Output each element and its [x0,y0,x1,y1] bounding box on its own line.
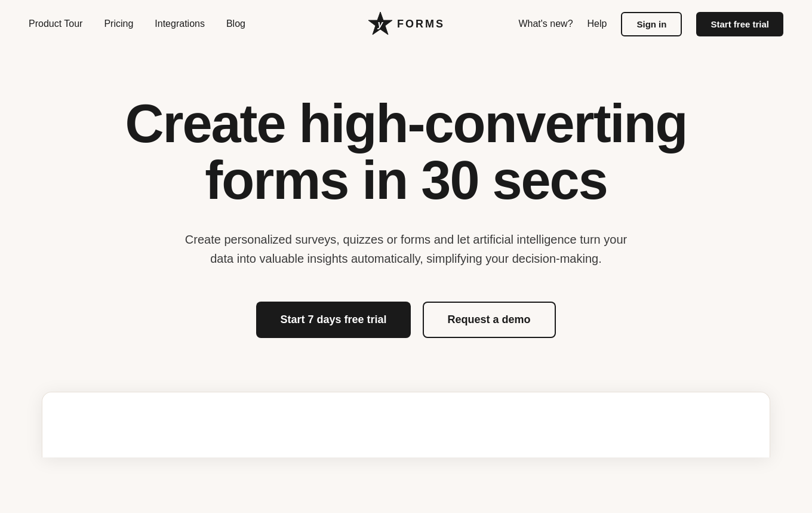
nav-help[interactable]: Help [588,19,607,29]
hero-title: Create high-converting forms in 30 secs [78,96,734,208]
nav-blog[interactable]: Blog [226,19,245,29]
navbar: Product Tour Pricing Integrations Blog y… [0,0,812,48]
nav-whats-new[interactable]: What's new? [518,19,573,29]
logo-icon: y [367,11,393,37]
nav-product-tour[interactable]: Product Tour [29,19,82,29]
nav-integrations[interactable]: Integrations [155,19,205,29]
request-demo-button[interactable]: Request a demo [423,302,556,338]
hero-buttons: Start 7 days free trial Request a demo [256,302,555,338]
preview-container [0,392,812,457]
start-trial-hero-button[interactable]: Start 7 days free trial [256,302,410,338]
logo-text: FORMS [397,18,445,30]
hero-section: Create high-converting forms in 30 secs … [0,48,812,374]
hero-subtitle: Create personalized surveys, quizzes or … [173,230,639,268]
nav-pricing[interactable]: Pricing [104,19,133,29]
nav-right: What's new? Help Sign in Start free tria… [518,12,783,36]
logo[interactable]: y FORMS [367,11,445,37]
preview-card [42,392,770,457]
signin-button[interactable]: Sign in [621,12,682,36]
svg-text:y: y [377,19,384,29]
nav-left: Product Tour Pricing Integrations Blog [29,19,245,29]
start-trial-nav-button[interactable]: Start free trial [696,12,783,36]
